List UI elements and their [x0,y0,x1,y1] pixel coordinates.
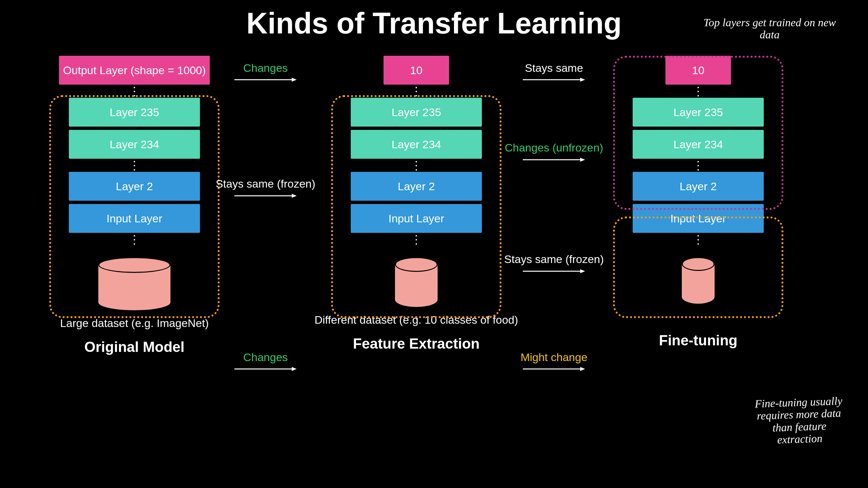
page-title: Kinds of Transfer Learning [246,6,621,40]
svg-marker-5 [292,367,297,371]
transition-output-stays: Stays same [501,62,607,83]
annotation-more-data: Fine-tuning usually requires more data t… [749,395,849,447]
arrow-right-icon [523,156,585,163]
vdots-icon: ⋮ [128,87,141,95]
vdots-icon: ⋮ [692,87,705,95]
arrow-right-icon [235,366,297,372]
vdots-icon: ⋮ [128,161,141,169]
vdots-icon: ⋮ [692,161,705,169]
input-layer: Input Layer [351,204,482,233]
vdots-icon: ⋮ [692,236,705,243]
column-title-finetune: Fine-tuning [659,332,738,348]
annotation-top-layers: Top layers get trained on new data [701,17,838,41]
dataset-label-original: Large dataset (e.g. ImageNet) [60,317,209,330]
arrow-right-icon [523,366,585,372]
output-layer-original: Output Layer (shape = 1000) [59,56,210,85]
dataset-cylinder-large [98,258,170,310]
transition-body-frozen: Stays same (frozen) [213,177,318,199]
layer-2: Layer 2 [633,172,764,201]
layer-2: Layer 2 [351,172,482,201]
vdots-icon: ⋮ [128,236,141,243]
transition-data-changes: Changes [213,351,318,372]
layer-234: Layer 234 [633,130,764,159]
layer-235: Layer 235 [69,98,200,127]
svg-marker-11 [580,269,585,273]
column-title-feature: Feature Extraction [353,336,479,352]
transition-top-unfrozen: Changes (unfrozen) [501,141,607,163]
layer-235: Layer 235 [633,98,764,127]
column-title-original: Original Model [84,339,185,355]
svg-marker-9 [580,158,585,162]
arrow-right-icon [523,268,585,274]
arrow-right-icon [523,77,585,83]
svg-marker-7 [580,78,585,82]
vdots-icon: ⋮ [410,236,423,243]
transition-output-changes: Changes [213,62,318,83]
dataset-label-finetune [696,310,700,323]
layer-2: Layer 2 [69,172,200,201]
input-layer: Input Layer [69,204,200,233]
layer-234: Layer 234 [351,130,482,159]
transition-bottom-frozen: Stays same (frozen) [501,252,607,274]
arrow-right-icon [235,77,297,83]
svg-marker-13 [580,367,585,371]
vdots-icon: ⋮ [410,161,423,169]
input-layer: Input Layer [633,204,764,233]
column-original-model: Output Layer (shape = 1000) ⋮ Layer 235 … [36,56,233,355]
column-fine-tuning: 10 ⋮ Layer 235 Layer 234 ⋮ Layer 2 Input… [600,56,797,348]
output-layer-feature: 10 [383,56,449,85]
layer-235: Layer 235 [351,98,482,127]
dataset-cylinder-medium [395,258,438,307]
output-layer-finetune: 10 [665,56,731,85]
column-feature-extraction: 10 ⋮ Layer 235 Layer 234 ⋮ Layer 2 Input… [318,56,515,352]
transition-data-might-change: Might change [501,351,607,372]
svg-marker-3 [292,194,297,198]
dataset-cylinder-small [682,258,715,304]
arrow-right-icon [235,192,297,199]
svg-marker-1 [292,78,297,82]
dataset-label-feature: Different dataset (e.g. 10 classes of fo… [298,313,534,326]
vdots-icon: ⋮ [410,87,423,95]
layer-234: Layer 234 [69,130,200,159]
